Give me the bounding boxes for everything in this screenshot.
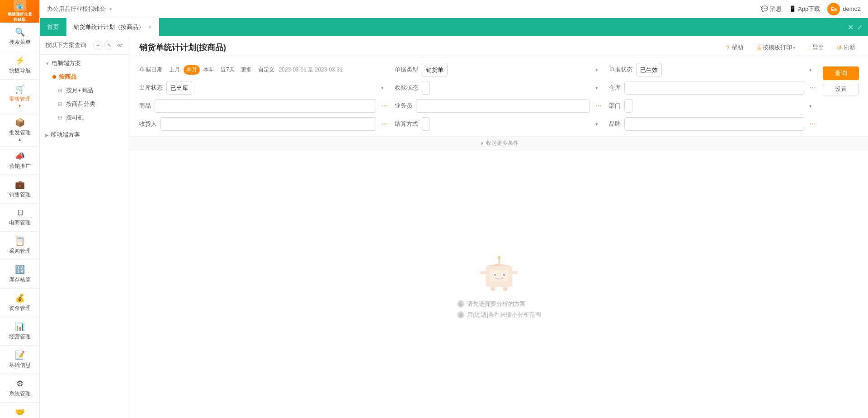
tree-node-desktop[interactable]: ▼ 电脑端方案 [40, 57, 130, 70]
sidebar-item-operation[interactable]: 📊 经营管理 [0, 317, 40, 346]
message-action[interactable]: 💬 消息 [761, 5, 782, 13]
out-status-select[interactable]: 已出库 [166, 81, 192, 95]
brand-dots[interactable]: ··· [810, 120, 816, 128]
tree-node-by-product-category[interactable]: ⊟ 按商品分类 [40, 97, 130, 111]
tree-expand-icon: ▼ [45, 61, 50, 66]
app-name: 畅捷通好生意 [8, 12, 32, 17]
settlement-select[interactable] [422, 117, 430, 131]
sidebar-item-sales[interactable]: 💼 销售管理 [0, 175, 40, 204]
help-icon: ? [726, 44, 729, 51]
tab-active[interactable]: 销货单统计计划（按商品） × [66, 18, 159, 36]
app-logo[interactable]: 🏪 畅捷通好生意 标账版 [0, 0, 40, 23]
tree-node-mobile[interactable]: ▶ 移动端方案 [40, 128, 130, 142]
doc-status-select[interactable]: 已生效 [636, 63, 662, 76]
plus-icon: + [97, 43, 99, 48]
refresh-button[interactable]: ↺ 刷新 [833, 42, 859, 53]
filter-salesperson-field: 业务员 ··· [395, 99, 602, 113]
message-icon: 💬 [761, 5, 768, 12]
pay-status-select[interactable] [422, 81, 430, 95]
receiver-dots[interactable]: ··· [382, 120, 387, 128]
tip1-text: 请先选择要分析的方案 [467, 300, 526, 308]
salesperson-input[interactable] [416, 99, 590, 113]
system-icon: ⚙ [16, 379, 24, 389]
settings-button[interactable]: 设置 [823, 83, 859, 95]
date-tab-7days[interactable]: 近7天 [218, 65, 237, 75]
right-panel: 销货单统计计划(按商品) ? 帮助 🖨 按模板打印 ▾ ↓ 导出 [130, 36, 868, 418]
sidebar-item-wholesale[interactable]: 📦 批发管理 ▴ [0, 113, 40, 147]
window-close-icon[interactable]: ✕ [848, 23, 854, 32]
tab-home[interactable]: 首页 [40, 18, 66, 36]
active-indicator [52, 75, 56, 79]
app-download-action[interactable]: 📱 App下载 [789, 5, 820, 13]
product-dots[interactable]: ··· [382, 102, 387, 110]
tree-node-by-product[interactable]: 按商品 [40, 70, 130, 84]
sidebar-item-sales-label: 销售管理 [9, 191, 31, 199]
warehouse-dots[interactable]: ··· [810, 84, 816, 92]
logo-icon: 🏪 [14, 0, 26, 11]
doc-type-select-wrapper: 销货单 [422, 63, 602, 76]
sidebar-item-retail[interactable]: 🛒 零售管理 ▾ [0, 80, 40, 113]
tree-node-by-cashier[interactable]: ⊟ 按司机 [40, 111, 130, 124]
sidebar-item-finance[interactable]: 💰 资金管理 [0, 289, 40, 317]
add-scheme-button[interactable]: + [94, 41, 103, 50]
template-print-button[interactable]: 🖨 按模板打印 ▾ [752, 42, 799, 53]
sidebar-item-basic-label: 基础信息 [9, 361, 31, 369]
cooperation-icon: 🤝 [15, 407, 25, 417]
user-name: demo2 [843, 5, 861, 12]
date-tab-this-year[interactable]: 本年 [201, 65, 217, 75]
sidebar-item-inventory[interactable]: 🔢 库存核算 [0, 260, 40, 289]
topbar-actions: 💬 消息 📱 App下载 Ea demo2 [761, 3, 861, 15]
dept-select-wrapper [624, 99, 816, 113]
collapse-bar[interactable]: ∧ 收起更多条件 [130, 137, 868, 150]
date-tab-last-month[interactable]: 上月 [166, 65, 183, 75]
export-button[interactable]: ↓ 导出 [804, 42, 828, 53]
search-button[interactable]: 查询 [823, 66, 859, 80]
salesperson-dots[interactable]: ··· [595, 102, 601, 110]
warehouse-input[interactable] [624, 81, 804, 95]
export-label: 导出 [812, 43, 824, 52]
sidebar-item-cooperation[interactable]: 🤝 企业协同 [0, 403, 40, 418]
help-label: 帮助 [731, 43, 743, 52]
department-select[interactable] [624, 99, 632, 113]
settlement-label: 结算方式 [395, 120, 418, 128]
product-input[interactable] [155, 99, 376, 113]
sidebar-item-marketing[interactable]: 📣 营销推广 [0, 147, 40, 175]
tree-node-by-month-product[interactable]: ⊞ 按月+商品 [40, 84, 130, 97]
app-subtitle: 标账版 [14, 17, 26, 23]
sidebar-item-shortcut[interactable]: ⚡ 快捷导航 [0, 51, 40, 80]
inventory-icon: 🔢 [15, 265, 25, 275]
window-maximize-icon[interactable]: ⤢ [857, 24, 863, 31]
svg-marker-1 [486, 264, 499, 266]
date-tab-this-month[interactable]: 本月 [184, 65, 200, 75]
user-action[interactable]: Ea demo2 [827, 3, 861, 15]
sidebar-item-finance-label: 资金管理 [9, 304, 31, 312]
ecommerce-icon: 🖥 [16, 208, 24, 218]
warehouse-label: 仓库 [609, 84, 621, 92]
help-button[interactable]: ? 帮助 [722, 42, 746, 53]
sidebar-item-ecommerce-label: 电商管理 [9, 219, 31, 227]
sidebar-item-purchase[interactable]: 📋 采购管理 [0, 232, 40, 260]
sidebar-item-system[interactable]: ⚙ 系统管理 [0, 374, 40, 403]
export-icon: ↓ [808, 44, 811, 51]
empty-illustration [476, 249, 522, 294]
sidebar-item-ecommerce[interactable]: 🖥 电商管理 [0, 204, 40, 232]
date-tab-custom[interactable]: 自定义 [255, 65, 277, 75]
tree-section-mobile: ▶ 移动端方案 [40, 126, 130, 143]
message-label: 消息 [770, 5, 782, 13]
filter-row-2: 出库状态 已出库 收款状态 [139, 81, 816, 95]
date-tabs: 上月 本月 本年 近7天 更多 自定义 [166, 65, 277, 75]
topbar: 办公用品行业模拟账套 ▾ 💬 消息 📱 App下载 Ea demo2 [40, 0, 868, 18]
tab-close-icon[interactable]: × [149, 24, 151, 30]
brand-input[interactable] [624, 117, 804, 131]
phone-icon: 📱 [789, 5, 796, 12]
sidebar-item-search[interactable]: 🔍 搜索菜单 [0, 23, 40, 51]
date-tab-more[interactable]: 更多 [238, 65, 255, 75]
sidebar-item-basic[interactable]: 📝 基础信息 [0, 346, 40, 374]
receiver-input[interactable] [160, 117, 376, 131]
tree-cashier-icon: ⊟ [58, 114, 62, 121]
collapse-panel-button[interactable]: ≪ [115, 41, 124, 50]
filter-row-1: 单据日期 上月 本月 本年 近7天 更多 自定义 [139, 63, 816, 76]
edit-scheme-button[interactable]: ✎ [104, 41, 113, 50]
page-title: 销货单统计计划(按商品) [139, 42, 226, 53]
doc-type-select[interactable]: 销货单 [422, 63, 448, 76]
